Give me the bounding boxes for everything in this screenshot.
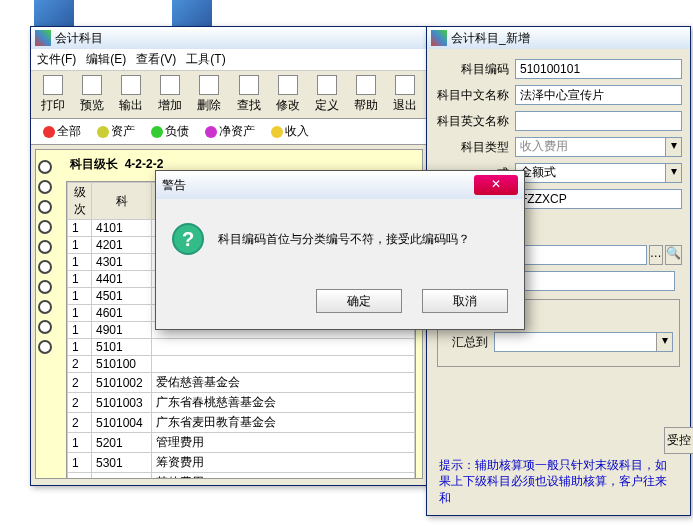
search-button[interactable]: 🔍 — [665, 245, 682, 265]
dialog-titlebar[interactable]: 警告 ✕ — [156, 171, 524, 199]
menu-tools[interactable]: 工具(T) — [186, 51, 225, 68]
define-icon — [317, 75, 337, 95]
chevron-down-icon: ▾ — [665, 138, 681, 156]
preview-button[interactable]: 预览 — [72, 73, 111, 116]
modify-button[interactable]: 修改 — [268, 73, 307, 116]
type-select[interactable]: 收入费用▾ — [515, 137, 682, 157]
dot-icon — [271, 126, 283, 138]
toolbar: 打印 预览 输出 增加 删除 查找 修改 定义 帮助 退出 — [31, 71, 427, 119]
menubar: 文件(F) 编辑(E) 查看(V) 工具(T) — [31, 49, 427, 71]
exit-icon — [395, 75, 415, 95]
sumto-select[interactable]: ▾ — [494, 332, 673, 352]
help-icon — [356, 75, 376, 95]
modify-icon — [278, 75, 298, 95]
chevron-down-icon: ▾ — [665, 164, 681, 182]
table-row[interactable]: 25101004广东省麦田教育基金会 — [68, 413, 415, 433]
close-button[interactable]: ✕ — [474, 175, 518, 195]
dialog-message: 科目编码首位与分类编号不符，接受此编码吗？ — [218, 231, 470, 248]
app-icon — [35, 30, 51, 46]
ename-label: 科目英文名称 — [435, 113, 515, 130]
cname-input[interactable] — [515, 85, 682, 105]
delete-button[interactable]: 删除 — [190, 73, 229, 116]
format-select[interactable]: 金额式▾ — [515, 163, 682, 183]
add-icon — [160, 75, 180, 95]
level-value: 4-2-2-2 — [125, 157, 164, 171]
tab-assets[interactable]: 资产 — [89, 121, 143, 142]
sumto-label: 汇总到 — [444, 334, 494, 351]
dot-icon — [205, 126, 217, 138]
code-label: 科目编码 — [435, 61, 515, 78]
export-icon — [121, 75, 141, 95]
window-title: 会计科目_新增 — [451, 30, 530, 47]
add-button[interactable]: 增加 — [151, 73, 190, 116]
print-icon — [43, 75, 63, 95]
table-row[interactable]: 15101 — [68, 339, 415, 356]
exit-button[interactable]: 退出 — [386, 73, 425, 116]
category-tabs: 全部 资产 负债 净资产 收入 — [31, 119, 427, 145]
table-row[interactable]: 25101003广东省春桃慈善基金会 — [68, 393, 415, 413]
type-label: 科目类型 — [435, 139, 515, 156]
col-level: 级次 — [68, 183, 92, 220]
app-icon — [431, 30, 447, 46]
define-button[interactable]: 定义 — [307, 73, 346, 116]
tab-net[interactable]: 净资产 — [197, 121, 263, 142]
hint-text: 提示：辅助核算项一般只针对末级科目，如果上下级科目必须也设辅助核算，客户往来和 — [433, 453, 684, 511]
table-row[interactable]: 15401其他费用 — [68, 473, 415, 480]
mnemonic-input[interactable] — [515, 189, 682, 209]
titlebar[interactable]: 会计科目 — [31, 27, 427, 49]
export-button[interactable]: 输出 — [111, 73, 150, 116]
ename-input[interactable] — [515, 111, 682, 131]
code-input[interactable] — [515, 59, 682, 79]
table-row[interactable]: 25101002爱佑慈善基金会 — [68, 373, 415, 393]
unit-input[interactable] — [515, 271, 675, 291]
preview-icon — [82, 75, 102, 95]
tab-income[interactable]: 收入 — [263, 121, 317, 142]
menu-edit[interactable]: 编辑(E) — [86, 51, 126, 68]
print-button[interactable]: 打印 — [33, 73, 72, 116]
dialog-title: 警告 — [162, 177, 186, 194]
table-row[interactable]: 15201管理费用 — [68, 433, 415, 453]
cname-label: 科目中文名称 — [435, 87, 515, 104]
find-button[interactable]: 查找 — [229, 73, 268, 116]
level-label: 科目级长 — [70, 157, 118, 171]
lookup-button[interactable]: … — [649, 245, 663, 265]
titlebar[interactable]: 会计科目_新增 — [427, 27, 690, 49]
col-code: 科 — [92, 183, 152, 220]
menu-file[interactable]: 文件(F) — [37, 51, 76, 68]
menu-view[interactable]: 查看(V) — [136, 51, 176, 68]
tab-liab[interactable]: 负债 — [143, 121, 197, 142]
dot-icon — [97, 126, 109, 138]
chevron-down-icon: ▾ — [656, 333, 672, 351]
control-button[interactable]: 受控 — [664, 427, 693, 454]
question-icon: ? — [172, 223, 204, 255]
find-icon — [239, 75, 259, 95]
cancel-button[interactable]: 取消 — [422, 289, 508, 313]
spiral-binding — [38, 154, 54, 474]
table-row[interactable]: 2510100 — [68, 356, 415, 373]
table-row[interactable]: 15301筹资费用 — [68, 453, 415, 473]
delete-icon — [199, 75, 219, 95]
tab-all[interactable]: 全部 — [35, 121, 89, 142]
dot-icon — [151, 126, 163, 138]
help-button[interactable]: 帮助 — [347, 73, 386, 116]
warning-dialog: 警告 ✕ ? 科目编码首位与分类编号不符，接受此编码吗？ 确定 取消 — [155, 170, 525, 330]
dot-icon — [43, 126, 55, 138]
ok-button[interactable]: 确定 — [316, 289, 402, 313]
window-title: 会计科目 — [55, 30, 103, 47]
